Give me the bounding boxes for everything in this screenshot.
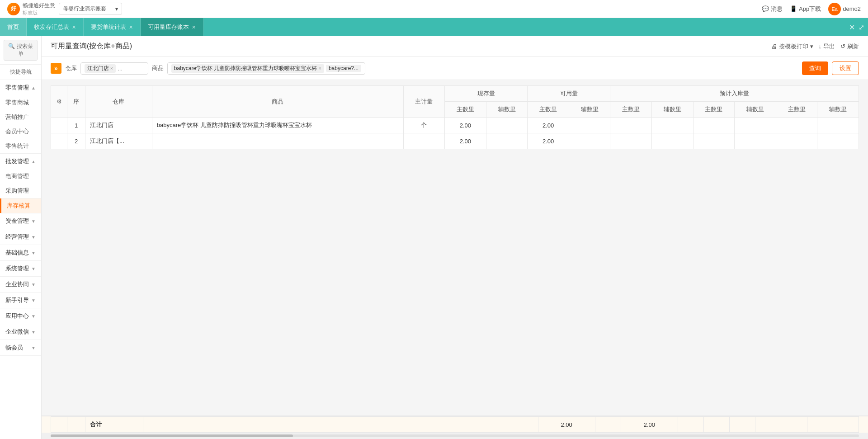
industry-selector[interactable]: 母婴行业演示账套 ▾: [59, 3, 122, 15]
warehouse-tag-text: 江北门店: [87, 65, 109, 72]
top-bar-right: 💬 消息 📱 App下载 Ea demo2: [762, 3, 861, 15]
sidebar-section-wechat-header[interactable]: 企业微信 ▼: [0, 324, 41, 340]
sidebar-item-retail-mall[interactable]: 零售商城: [0, 95, 41, 110]
product-tag-1-text: babycare学饮杯 儿童防摔防撞吸管杯重力球吸嘴杯宝宝水杯: [174, 65, 317, 72]
footer-cell-gear: [51, 417, 67, 433]
print-label: 按模板打印: [779, 42, 808, 51]
wholesale-label: 批发管理: [5, 157, 29, 165]
tab-receipts-close[interactable]: ✕: [72, 24, 76, 30]
sidebar-section-system: 系统管理 ▼: [0, 261, 41, 277]
th-gear[interactable]: ⚙: [51, 86, 67, 118]
sidebar-search-btn[interactable]: 🔍 搜索菜单: [4, 40, 38, 61]
export-btn[interactable]: ↓ 导出: [819, 42, 835, 51]
footer-stock-main: 2.00: [538, 417, 595, 433]
cell-available-main-1: 2.00: [528, 118, 569, 133]
app-label: App下载: [799, 5, 821, 13]
footer-incoming-main: [755, 417, 781, 433]
sidebar-section-newbie: 新手引导 ▼: [0, 293, 41, 308]
message-btn[interactable]: 💬 消息: [762, 5, 783, 13]
product-filter-input[interactable]: babycare学饮杯 儿童防摔防撞吸管杯重力球吸嘴杯宝宝水杯 × babyca…: [167, 62, 365, 75]
tab-receipts[interactable]: 收发存汇总表 ✕: [27, 18, 84, 36]
tab-available-stock[interactable]: 可用量库存账本 ✕: [141, 18, 203, 36]
tab-close-all-btn[interactable]: ✕: [849, 23, 855, 32]
th-available-aux: 辅数里: [569, 102, 610, 118]
sidebar-section-operations-header[interactable]: 经营管理 ▼: [0, 229, 41, 245]
cell-production-aux-1: [817, 118, 859, 133]
tab-order-stats-label: 要货单统计表: [91, 23, 126, 31]
cell-incoming-main-2: [693, 133, 735, 149]
template-label: 标准版: [23, 9, 55, 16]
sidebar-item-inventory[interactable]: 库存核算: [0, 198, 41, 213]
quick-nav-label: 快捷导航: [10, 69, 32, 75]
sidebar-item-marketing[interactable]: 营销推广: [0, 110, 41, 124]
tab-expand-btn[interactable]: ⤢: [859, 23, 864, 32]
user-profile[interactable]: Ea demo2: [828, 3, 861, 15]
sidebar-item-purchase[interactable]: 采购管理: [0, 184, 41, 198]
scrollbar-track: [51, 434, 859, 437]
sidebar-section-basic-header[interactable]: 基础信息 ▼: [0, 245, 41, 260]
tab-receipts-label: 收发存汇总表: [34, 23, 69, 31]
table-area: ⚙ 序 仓库 商品 主计量 现存量 可用量 预计入库量 主数里 辅数里 主数里 …: [42, 80, 868, 415]
main-layout: 🔍 搜索菜单 快捷导航 零售管理 ▲ 零售商城 营销推广 会员中心 零售统计 批…: [0, 36, 868, 439]
sidebar-section-appstore-header[interactable]: 应用中心 ▼: [0, 308, 41, 324]
search-icon: 🔍: [8, 43, 15, 49]
footer-product: [143, 417, 512, 433]
refresh-btn[interactable]: ↺ 刷新: [840, 42, 859, 51]
cell-stock-aux-2: [486, 133, 528, 149]
sidebar-item-ecommerce[interactable]: 电商管理: [0, 169, 41, 184]
sidebar-section-member-header[interactable]: 畅会员 ▼: [0, 340, 41, 355]
sidebar-section-wholesale-header[interactable]: 批发管理 ▲: [0, 154, 41, 169]
export-icon: ↓: [819, 43, 822, 50]
horizontal-scrollbar[interactable]: [42, 433, 868, 439]
th-stock-aux: 辅数里: [486, 102, 528, 118]
footer-incoming-aux: [781, 417, 807, 433]
enterprise-arrow: ▼: [31, 282, 36, 287]
tab-home[interactable]: 首页: [0, 18, 27, 36]
sidebar-section-system-header[interactable]: 系统管理 ▼: [0, 261, 41, 276]
query-btn[interactable]: 查询: [802, 61, 828, 75]
content-area: 可用量查询(按仓库+商品) 🖨 按模板打印 ▾ ↓ 导出 ↺ 刷新 »: [42, 36, 868, 439]
user-name: demo2: [843, 5, 861, 12]
sidebar-item-member-center[interactable]: 会员中心: [0, 124, 41, 139]
total-row: 合计 2.00 2.00: [51, 417, 859, 433]
filter-toggle-btn[interactable]: »: [51, 63, 61, 74]
tab-order-stats-close[interactable]: ✕: [129, 24, 133, 30]
product-tag-1-close[interactable]: ×: [319, 66, 321, 71]
print-dropdown-icon: ▾: [810, 43, 813, 50]
system-label: 系统管理: [5, 264, 29, 273]
refresh-icon: ↺: [840, 43, 845, 50]
print-btn[interactable]: 🖨 按模板打印 ▾: [771, 42, 813, 51]
warehouse-tag-close[interactable]: ×: [110, 66, 113, 71]
scrollbar-thumb[interactable]: [51, 434, 293, 437]
sidebar-section-newbie-header[interactable]: 新手引导 ▼: [0, 293, 41, 308]
message-label: 消息: [771, 5, 783, 13]
avatar: Ea: [828, 3, 841, 15]
warehouse-ellipsis: ...: [118, 65, 123, 72]
cell-production-main-2: [776, 133, 817, 149]
cell-stock-main-2: 2.00: [445, 133, 486, 149]
cell-stock-aux-1: [486, 118, 528, 133]
tab-order-stats[interactable]: 要货单统计表 ✕: [84, 18, 141, 36]
footer-available-main: 2.00: [621, 417, 678, 433]
sidebar-section-retail-header[interactable]: 零售管理 ▲: [0, 80, 41, 95]
sidebar-section-enterprise-header[interactable]: 企业协同 ▼: [0, 277, 41, 292]
newbie-arrow: ▼: [31, 298, 36, 303]
sidebar-item-retail-stats[interactable]: 零售统计: [0, 139, 41, 153]
sidebar-section-basic: 基础信息 ▼: [0, 245, 41, 261]
table-row: 2 江北门店【... 2.00 2.00: [51, 133, 859, 149]
app-download-btn[interactable]: 📱 App下载: [790, 5, 821, 13]
sidebar-section-finance-header[interactable]: 资金管理 ▼: [0, 213, 41, 229]
tab-available-stock-close[interactable]: ✕: [192, 24, 196, 30]
cell-available-aux-1: [569, 118, 610, 133]
product-tag-2-text: babycare?...: [329, 65, 359, 71]
logo-area: 好 畅捷通好生意 标准版: [7, 2, 55, 16]
retail-label: 零售管理: [5, 84, 29, 92]
th-production-main: 主数里: [776, 102, 817, 118]
sidebar-quick-nav[interactable]: 快捷导航: [0, 65, 41, 80]
warehouse-filter-input[interactable]: 江北门店 × ...: [80, 62, 148, 75]
setting-btn[interactable]: 设置: [832, 61, 859, 75]
product-tag-1: babycare学饮杯 儿童防摔防撞吸管杯重力球吸嘴杯宝宝水杯 ×: [171, 64, 324, 73]
footer-unit: [512, 417, 538, 433]
print-icon: 🖨: [771, 43, 777, 50]
export-label: 导出: [823, 42, 835, 51]
